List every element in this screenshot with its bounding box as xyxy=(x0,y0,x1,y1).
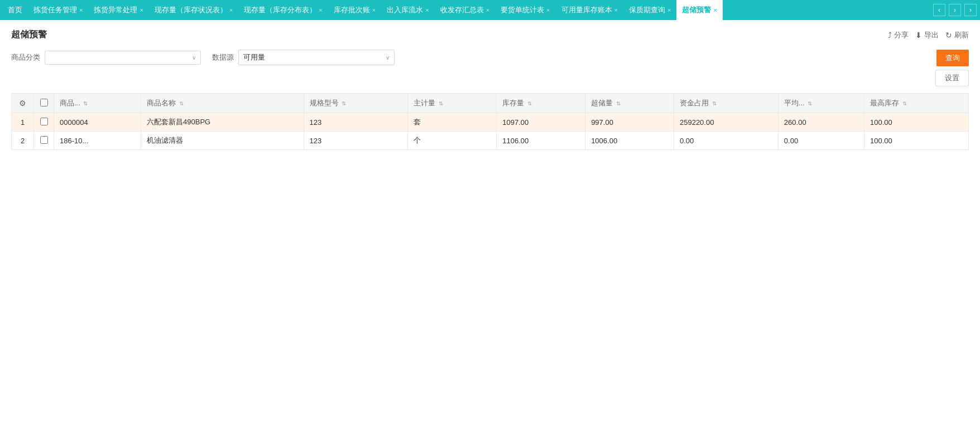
share-icon: ⤴ xyxy=(888,31,892,40)
th-product-name[interactable]: 商品名称 ⇅ xyxy=(141,94,304,113)
th-stock-label: 库存量 xyxy=(502,99,524,107)
close-tab-9[interactable]: × xyxy=(614,7,618,13)
cell-over-stock: 1006.00 xyxy=(585,132,674,150)
th-max-stock[interactable]: 最高库存 ⇅ xyxy=(864,94,969,113)
table-header: ⚙ 商品... ⇅ 商品名称 ⇅ 规格型号 ⇅ 主计量 xyxy=(12,94,969,113)
close-tab-5[interactable]: × xyxy=(372,7,376,13)
th-spec-label: 规格型号 xyxy=(310,99,339,107)
th-settings[interactable]: ⚙ xyxy=(12,94,34,113)
th-avg[interactable]: 平均... ⇅ xyxy=(778,94,864,113)
cell-avg: 260.00 xyxy=(778,113,864,132)
sort-product-name-icon: ⇅ xyxy=(179,100,184,106)
row-checkbox-0[interactable] xyxy=(40,118,48,125)
share-button[interactable]: ⤴ 分享 xyxy=(888,30,909,40)
page-title: 超储预警 xyxy=(11,29,47,41)
nav-tab-10[interactable]: 保质期查询 × xyxy=(623,0,676,20)
sort-capital-icon: ⇅ xyxy=(712,100,717,106)
col-settings-icon[interactable]: ⚙ xyxy=(19,99,26,108)
cell-capital: 0.00 xyxy=(674,132,778,150)
nav-tab-5[interactable]: 库存批次账 × xyxy=(328,0,381,20)
refresh-button[interactable]: ↻ 刷新 xyxy=(945,30,969,40)
select-all-checkbox[interactable] xyxy=(40,99,48,106)
th-capital[interactable]: 资金占用 ⇅ xyxy=(674,94,778,113)
cell-max-stock: 100.00 xyxy=(864,132,969,150)
filter-left: 商品分类 ∨ 数据源 可用量 ∨ xyxy=(11,50,935,65)
cell-stock: 1106.00 xyxy=(497,132,585,150)
cell-over-stock: 997.00 xyxy=(585,113,674,132)
cell-product-code: 186-10... xyxy=(54,132,141,150)
nav-tab-active[interactable]: 超储预警 × xyxy=(676,0,722,20)
sort-stock-icon: ⇅ xyxy=(527,100,532,106)
nav-tab-6[interactable]: 出入库流水 × xyxy=(381,0,434,20)
category-label: 商品分类 xyxy=(11,52,40,62)
datasource-label: 数据源 xyxy=(212,52,234,62)
sort-product-code-icon: ⇅ xyxy=(83,100,88,106)
close-tab-7[interactable]: × xyxy=(486,7,489,13)
cell-product-name: 机油滤清器 xyxy=(141,132,304,150)
row-checkbox-1[interactable] xyxy=(40,136,48,144)
sort-over-stock-icon: ⇅ xyxy=(616,100,621,106)
close-tab-2[interactable]: × xyxy=(140,7,143,13)
datasource-select[interactable]: 可用量 ∨ xyxy=(238,50,395,65)
nav-tab-3[interactable]: 现存量（库存状况表） × xyxy=(149,0,238,20)
close-tab-6[interactable]: × xyxy=(425,7,429,13)
cell-unit: 个 xyxy=(408,132,497,150)
nav-tab-2[interactable]: 拣货异常处理 × xyxy=(88,0,148,20)
close-tab-active[interactable]: × xyxy=(713,7,717,13)
export-button[interactable]: ⬇ 导出 xyxy=(915,30,939,40)
table-row: 2 186-10... 机油滤清器 123 个 1106.00 1006.00 … xyxy=(12,132,969,150)
top-navigation: 首页 拣货任务管理 × 拣货异常处理 × 现存量（库存状况表） × 现存量（库存… xyxy=(0,0,980,20)
nav-tab-1[interactable]: 拣货任务管理 × xyxy=(28,0,88,20)
header-actions: ⤴ 分享 ⬇ 导出 ↻ 刷新 xyxy=(888,30,969,40)
sort-spec-icon: ⇅ xyxy=(342,100,346,106)
th-avg-label: 平均... xyxy=(784,99,805,107)
sort-max-stock-icon: ⇅ xyxy=(902,100,907,106)
nav-scroll-right[interactable]: › xyxy=(949,4,961,16)
close-tab-1[interactable]: × xyxy=(79,7,83,13)
cell-stock: 1097.00 xyxy=(497,113,585,132)
cell-spec: 123 xyxy=(304,113,408,132)
filter-row: 商品分类 ∨ 数据源 可用量 ∨ 查询 设置 xyxy=(11,50,969,86)
data-table: ⚙ 商品... ⇅ 商品名称 ⇅ 规格型号 ⇅ 主计量 xyxy=(11,93,969,150)
cell-row-num: 1 xyxy=(12,113,34,132)
sort-avg-icon: ⇅ xyxy=(808,100,812,106)
filter-right: 查询 设置 xyxy=(935,50,969,86)
cell-product-name: 六配套新昌490BPG xyxy=(141,113,304,132)
settings-button[interactable]: 设置 xyxy=(935,70,969,86)
nav-tab-home[interactable]: 首页 xyxy=(2,0,28,20)
th-product-code-label: 商品... xyxy=(60,99,80,107)
th-unit[interactable]: 主计量 ⇅ xyxy=(408,94,497,113)
th-capital-label: 资金占用 xyxy=(680,99,709,107)
close-tab-3[interactable]: × xyxy=(229,7,233,13)
cell-capital: 259220.00 xyxy=(674,113,778,132)
refresh-icon: ↻ xyxy=(945,31,952,40)
nav-more-tabs[interactable]: › xyxy=(964,4,977,16)
th-stock[interactable]: 库存量 ⇅ xyxy=(497,94,585,113)
th-product-code[interactable]: 商品... ⇅ xyxy=(54,94,141,113)
th-over-stock-label: 超储量 xyxy=(591,99,613,107)
export-icon: ⬇ xyxy=(915,31,922,40)
nav-tab-8[interactable]: 要货单统计表 × xyxy=(495,0,555,20)
th-checkbox[interactable] xyxy=(34,94,54,113)
nav-scroll-left[interactable]: ‹ xyxy=(933,4,945,16)
close-tab-10[interactable]: × xyxy=(667,7,671,13)
close-tab-4[interactable]: × xyxy=(319,7,322,13)
cell-spec: 123 xyxy=(304,132,408,150)
category-dropdown-icon: ∨ xyxy=(192,55,196,61)
datasource-filter: 数据源 可用量 ∨ xyxy=(212,50,395,65)
cell-checkbox[interactable] xyxy=(34,113,54,132)
close-tab-8[interactable]: × xyxy=(546,7,550,13)
table-body: 1 0000004 六配套新昌490BPG 123 套 1097.00 997.… xyxy=(12,113,969,150)
category-select[interactable]: ∨ xyxy=(45,51,201,65)
th-over-stock[interactable]: 超储量 ⇅ xyxy=(585,94,674,113)
nav-tab-4[interactable]: 现存量（库存分布表） × xyxy=(238,0,328,20)
cell-unit: 套 xyxy=(408,113,497,132)
sort-unit-icon: ⇅ xyxy=(439,100,443,106)
query-button[interactable]: 查询 xyxy=(936,50,969,66)
nav-tab-7[interactable]: 收发存汇总表 × xyxy=(435,0,495,20)
cell-row-num: 2 xyxy=(12,132,34,150)
th-max-stock-label: 最高库存 xyxy=(870,99,899,107)
cell-checkbox[interactable] xyxy=(34,132,54,150)
th-spec[interactable]: 规格型号 ⇅ xyxy=(304,94,408,113)
nav-tab-9[interactable]: 可用量库存账本 × xyxy=(556,0,623,20)
